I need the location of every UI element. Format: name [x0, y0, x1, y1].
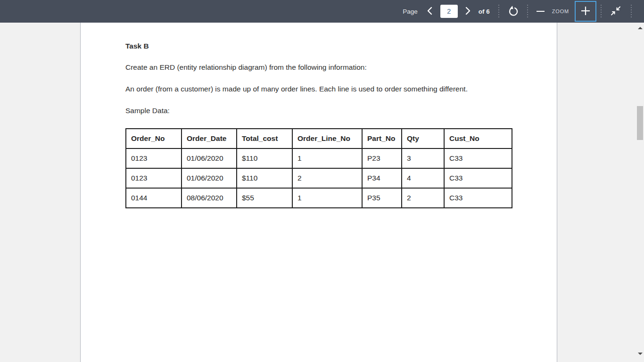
- task-heading: Task B: [125, 42, 557, 50]
- scroll-down-button[interactable]: [636, 350, 644, 358]
- scroll-up-button[interactable]: [636, 24, 644, 32]
- table-cell: $110: [237, 148, 292, 168]
- table-cell: P23: [362, 148, 402, 168]
- table-cell: P34: [362, 168, 402, 188]
- table-header-cell: Total_cost: [237, 129, 292, 148]
- table-header-cell: Order_No: [126, 129, 182, 148]
- zoom-out-button[interactable]: [536, 6, 545, 17]
- table-cell: P35: [362, 188, 402, 208]
- table-cell: 0144: [126, 188, 182, 208]
- page-count-label: of 6: [479, 8, 490, 15]
- viewer-toolbar: Page of 6 ZOOM: [0, 0, 644, 23]
- table-header-cell: Part_No: [362, 129, 402, 148]
- sample-data-table: Order_No Order_Date Total_cost Order_Lin…: [125, 128, 512, 208]
- table-header-row: Order_No Order_Date Total_cost Order_Lin…: [126, 129, 512, 148]
- table-cell: 01/06/2020: [182, 168, 237, 188]
- table-cell: 0123: [126, 168, 182, 188]
- toolbar-separator: [601, 5, 602, 18]
- toolbar-separator: [498, 5, 499, 18]
- table-header-cell: Cust_No: [444, 129, 512, 148]
- instruction-paragraph: Create an ERD (entity relationship diagr…: [125, 62, 477, 73]
- chevron-left-icon: [427, 7, 433, 16]
- table-header-cell: Order_Line_No: [292, 129, 362, 148]
- table-row: 0123 01/06/2020 $110 2 P34 4 C33: [126, 168, 512, 188]
- page-number-input[interactable]: [440, 5, 458, 18]
- zoom-label: ZOOM: [552, 8, 569, 14]
- vertical-scrollbar: [636, 23, 644, 362]
- scrollbar-thumb[interactable]: [637, 106, 643, 140]
- table-cell: 2: [402, 188, 444, 208]
- chevron-right-icon: [465, 7, 471, 16]
- zoom-in-button[interactable]: [575, 1, 596, 22]
- plus-icon: [580, 6, 591, 17]
- refresh-button[interactable]: [507, 5, 520, 18]
- document-viewer: Task B Create an ERD (entity relationshi…: [0, 23, 644, 362]
- toolbar-separator: [631, 5, 632, 18]
- minus-icon: [537, 11, 545, 12]
- scroll-down-arrow-icon: [638, 353, 643, 355]
- table-header-cell: Order_Date: [182, 129, 237, 148]
- scroll-up-arrow-icon: [638, 27, 643, 29]
- description-paragraph: An order (from a customer) is made up of…: [125, 83, 477, 94]
- table-cell: 0123: [126, 148, 182, 168]
- document-page: Task B Create an ERD (entity relationshi…: [80, 23, 557, 362]
- previous-page-button[interactable]: [426, 6, 434, 17]
- table-cell: C33: [444, 188, 512, 208]
- table-cell: 01/06/2020: [182, 148, 237, 168]
- table-cell: 3: [402, 148, 444, 168]
- table-cell: C33: [444, 148, 512, 168]
- table-cell: 1: [292, 148, 362, 168]
- document-content: Task B Create an ERD (entity relationshi…: [81, 23, 557, 208]
- toolbar-separator: [527, 5, 528, 18]
- refresh-icon: [508, 5, 519, 18]
- table-header-cell: Qty: [402, 129, 444, 148]
- collapse-button[interactable]: [610, 5, 622, 18]
- table-cell: C33: [444, 168, 512, 188]
- page-label: Page: [403, 8, 418, 15]
- table-cell: $110: [237, 168, 292, 188]
- next-page-button[interactable]: [464, 6, 472, 17]
- table-cell: 1: [292, 188, 362, 208]
- table-cell: 2: [292, 168, 362, 188]
- table-row: 0144 08/06/2020 $55 1 P35 2 C33: [126, 188, 512, 208]
- table-cell: $55: [237, 188, 292, 208]
- sample-data-label: Sample Data:: [125, 105, 477, 116]
- table-cell: 08/06/2020: [182, 188, 237, 208]
- table-cell: 4: [402, 168, 444, 188]
- table-row: 0123 01/06/2020 $110 1 P23 3 C33: [126, 148, 512, 168]
- collapse-inward-arrows-icon: [610, 5, 621, 18]
